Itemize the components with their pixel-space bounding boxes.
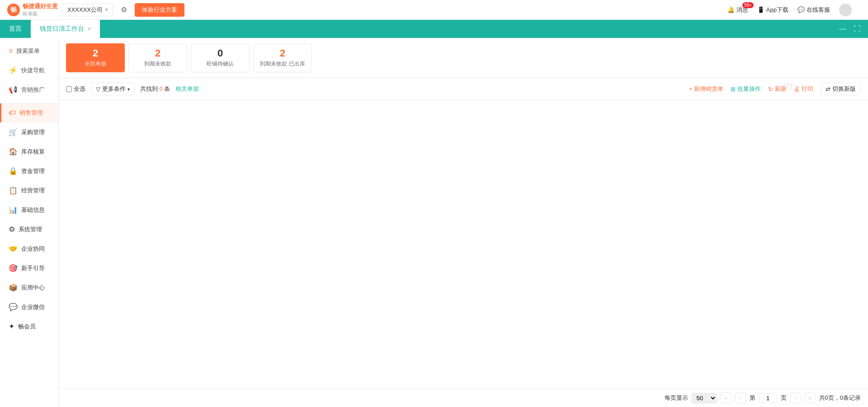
tab-minimize-icon[interactable]: —: [836, 24, 849, 34]
download-icon: 📱: [757, 6, 764, 13]
marketing-icon: 📢: [9, 85, 18, 94]
header-left: 畅 畅捷通好生意 标准版 XXXXXX公司 ▾ ⚙ 体验行业方案: [7, 3, 184, 17]
sidebar-item-quick-nav[interactable]: ⚡ 快捷导航: [0, 61, 58, 80]
switch-icon: ⇄: [826, 86, 830, 93]
stats-bar: 2 全部单据 2 到期未收款 0 旺铺待确认 2 到期未收款 已出库: [59, 38, 868, 78]
main-layout: ≡ 搜索菜单 ⚡ 快捷导航 📢 营销推广 🏷 销售管理 🛒 采购管理 🏠 库存核…: [0, 38, 868, 407]
bell-icon: 🔔: [727, 6, 735, 13]
batch-button[interactable]: ⊞ 批量操作: [731, 85, 761, 93]
add-sales-button[interactable]: + 新增销货单: [689, 85, 723, 93]
logo-text: 畅捷通好生意 标准版: [23, 3, 58, 17]
sidebar: ≡ 搜索菜单 ⚡ 快捷导航 📢 营销推广 🏷 销售管理 🛒 采购管理 🏠 库存核…: [0, 38, 59, 407]
sidebar-item-sales[interactable]: 🏷 销售管理: [0, 103, 58, 122]
inventory-icon: 🏠: [9, 147, 18, 156]
sidebar-item-member[interactable]: ✦ 畅会员: [0, 317, 58, 336]
sidebar-item-guide[interactable]: 🎯 新手引导: [0, 258, 58, 278]
trial-button[interactable]: 体验行业方案: [135, 3, 184, 17]
search-icon: ≡: [9, 47, 13, 55]
message-badge: 99+: [742, 2, 754, 8]
toolbar-left: 全选 ▽ 更多条件 ▾ 共找到 0 条 相关单据: [66, 83, 199, 95]
logo-icon: 畅: [7, 4, 20, 16]
app-download-button[interactable]: 📱 App下载: [757, 6, 788, 14]
print-icon: 🖨: [794, 86, 800, 93]
tab-close-icon[interactable]: ×: [88, 26, 91, 32]
system-icon: ⚙: [9, 225, 15, 234]
avatar[interactable]: [839, 4, 852, 16]
tab-maximize-icon[interactable]: ⛶: [851, 24, 863, 34]
stat-overdue-out-label: 到期未收款 已出库: [260, 60, 305, 68]
last-page-button[interactable]: »: [805, 393, 816, 403]
stat-pending-count: 0: [217, 48, 223, 58]
operations-icon: 📋: [9, 186, 18, 195]
switch-button[interactable]: ⇄ 切换新版: [821, 83, 861, 95]
refresh-button[interactable]: ↻ 刷新: [768, 85, 787, 93]
company-selector[interactable]: XXXXXX公司 ▾: [62, 4, 113, 16]
chevron-down-icon: ▾: [105, 7, 108, 13]
batch-icon: ⊞: [731, 86, 736, 93]
sidebar-item-search[interactable]: ≡ 搜索菜单: [0, 42, 58, 61]
stat-overdue-count: 2: [155, 48, 160, 58]
sidebar-item-basic-info[interactable]: 📊 基础信息: [0, 200, 58, 220]
sidebar-item-weixin[interactable]: 💬 企业微信: [0, 297, 58, 317]
sidebar-item-operations[interactable]: 📋 经营管理: [0, 181, 58, 200]
apps-icon: 📦: [9, 283, 18, 292]
filter-button[interactable]: ▽ 更多条件 ▾: [91, 83, 135, 95]
sidebar-item-apps[interactable]: 📦 应用中心: [0, 278, 58, 297]
sidebar-item-funds[interactable]: 🔒 资金管理: [0, 161, 58, 181]
content-area: 2 全部单据 2 到期未收款 0 旺铺待确认 2 到期未收款 已出库 全选: [59, 38, 868, 407]
toolbar-right: + 新增销货单 ⊞ 批量操作 ↻ 刷新 🖨 打印 ⇄ 切换新版: [689, 83, 861, 95]
next-page-button[interactable]: ›: [790, 393, 801, 403]
total-text: 共0页，0条记录: [819, 394, 861, 402]
table-area: [59, 100, 868, 388]
found-count: 0: [160, 85, 163, 92]
sidebar-item-inventory[interactable]: 🏠 库存核算: [0, 142, 58, 161]
stat-overdue[interactable]: 2 到期未收款: [128, 43, 187, 72]
first-page-button[interactable]: «: [721, 393, 731, 403]
stat-overdue-out-count: 2: [280, 48, 285, 58]
chevron-down-icon: ▾: [127, 87, 130, 92]
stat-overdue-out[interactable]: 2 到期未收款 已出库: [253, 43, 312, 72]
sidebar-top: ≡ 搜索菜单 ⚡ 快捷导航 📢 营销推广: [0, 38, 58, 103]
stat-pending-label: 旺铺待确认: [207, 60, 234, 68]
refresh-icon: ↻: [768, 86, 773, 93]
page-input[interactable]: [759, 393, 777, 403]
stat-pending[interactable]: 0 旺铺待确认: [191, 43, 250, 72]
tab-work-bench[interactable]: 钱货日清工作台 ×: [31, 20, 100, 38]
prev-page-button[interactable]: ‹: [735, 393, 746, 403]
sidebar-item-marketing[interactable]: 📢 营销推广: [0, 80, 58, 99]
sidebar-item-purchase[interactable]: 🛒 采购管理: [0, 122, 58, 142]
online-service-button[interactable]: 💬 在线客服: [797, 6, 830, 14]
toolbar: 全选 ▽ 更多条件 ▾ 共找到 0 条 相关单据 + 新增销货单: [59, 78, 868, 100]
sidebar-item-enterprise[interactable]: 🤝 企业协同: [0, 239, 58, 258]
funds-icon: 🔒: [9, 167, 18, 175]
settings-icon[interactable]: ⚙: [118, 4, 130, 16]
tab-bar: 首页 钱货日清工作台 × — ⛶: [0, 20, 868, 38]
sidebar-item-system[interactable]: ⚙ 系统管理: [0, 220, 58, 239]
pagination: 每页显示 50 100 200 « ‹ 第 页 › » 共0页，0条记录: [59, 388, 868, 407]
stat-overdue-label: 到期未收款: [144, 60, 171, 68]
stat-all-count: 2: [93, 48, 98, 58]
logo-area: 畅 畅捷通好生意 标准版: [7, 3, 58, 17]
filter-icon: ▽: [96, 86, 100, 93]
purchase-icon: 🛒: [9, 128, 18, 136]
sales-icon: 🏷: [9, 109, 16, 117]
basic-info-icon: 📊: [9, 206, 18, 214]
quick-nav-icon: ⚡: [9, 66, 18, 75]
tab-home[interactable]: 首页: [0, 20, 31, 38]
print-button[interactable]: 🖨 打印: [794, 85, 813, 93]
page-size-select[interactable]: 50 100 200: [692, 393, 717, 403]
select-all-input[interactable]: [66, 86, 72, 92]
stat-all[interactable]: 2 全部单据: [66, 43, 125, 72]
service-icon: 💬: [797, 6, 805, 13]
stat-all-label: 全部单据: [85, 60, 106, 68]
select-all-checkbox[interactable]: 全选: [66, 85, 85, 93]
enterprise-icon: 🤝: [9, 244, 18, 253]
message-button[interactable]: 🔔 消息 99+: [727, 6, 748, 14]
found-text: 共找到 0 条: [140, 85, 170, 93]
related-link[interactable]: 相关单据: [175, 85, 199, 93]
header-right: 🔔 消息 99+ 📱 App下载 💬 在线客服: [727, 4, 861, 16]
tab-bar-right: — ⛶: [836, 24, 868, 34]
guide-icon: 🎯: [9, 264, 18, 272]
header: 畅 畅捷通好生意 标准版 XXXXXX公司 ▾ ⚙ 体验行业方案 🔔 消息 99…: [0, 0, 868, 20]
weixin-icon: 💬: [9, 303, 18, 311]
